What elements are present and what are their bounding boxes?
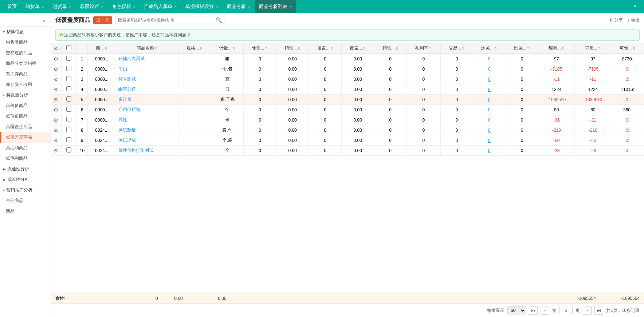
row-gear-icon[interactable]: ⚙ xyxy=(53,117,59,123)
row-name-9[interactable]: 属性价格打印测试 xyxy=(116,146,178,156)
row-select-checkbox-7[interactable] xyxy=(66,127,71,132)
page-first-button[interactable]: ⏮ xyxy=(529,306,538,315)
col-sales-amt-header[interactable]: 销售...⇅ xyxy=(276,43,309,54)
row-settings-1[interactable]: ⚙ xyxy=(51,64,61,74)
row-settings-2[interactable]: ⚙ xyxy=(51,74,61,84)
col-cover1-header[interactable]: 覆盖...⇅ xyxy=(309,43,342,54)
row-settings-6[interactable]: ⚙ xyxy=(51,115,61,125)
row-gear-icon[interactable]: ⚙ xyxy=(53,66,59,72)
row-gear-icon[interactable]: ⚙ xyxy=(53,138,59,143)
sidebar-item-sales-goods[interactable]: 销售类商品 xyxy=(0,37,51,48)
sidebar-item-category-rate[interactable]: 商品分类动销率 xyxy=(0,58,51,69)
sidebar-section-quantity[interactable]: ▾ 类数量分析 xyxy=(0,90,51,100)
nav-product-analysis[interactable]: 商品分析 × xyxy=(223,0,255,13)
row-checkbox-3[interactable] xyxy=(61,84,76,95)
row-checkbox-9[interactable] xyxy=(61,146,76,156)
row-browse1-4[interactable]: 0 xyxy=(473,95,506,105)
col-settings[interactable]: ⚙ xyxy=(51,43,61,54)
page-last-button[interactable]: ⏭ xyxy=(594,306,603,315)
sidebar-section-liquidity[interactable]: ▶ 流通性分析 xyxy=(0,164,51,174)
nav-purchase[interactable]: 进货单 × xyxy=(48,0,76,13)
row-browse1-0[interactable]: 0 xyxy=(473,54,506,64)
row-checkbox-5[interactable] xyxy=(61,105,76,115)
sidebar-item-low-coverage[interactable]: 低覆盖度商品 xyxy=(0,132,51,143)
col-sales2-header[interactable]: 销售...⇅ xyxy=(374,43,407,54)
row-select-checkbox-5[interactable] xyxy=(66,107,71,112)
row-name-6[interactable]: 属性 xyxy=(116,115,178,125)
col-current-header[interactable]: 现有...⇅ xyxy=(538,43,575,54)
nav-template-close[interactable]: × xyxy=(216,5,218,9)
nav-template-settings[interactable]: 单据模板设置 × xyxy=(181,0,223,13)
row-browse1-5[interactable]: 0 xyxy=(473,105,506,115)
nav-product-entry-close[interactable]: × xyxy=(174,5,177,9)
row-settings-3[interactable]: ⚙ xyxy=(51,84,61,95)
row-gear-icon[interactable]: ⚙ xyxy=(53,76,59,82)
row-select-checkbox-2[interactable] xyxy=(66,76,71,81)
row-gear-icon[interactable]: ⚙ xyxy=(53,87,59,92)
sidebar-section-overall[interactable]: ▾ 整体信息 xyxy=(0,27,51,37)
row-checkbox-0[interactable] xyxy=(61,54,76,64)
nav-sales-close[interactable]: × xyxy=(42,5,44,9)
row-checkbox-6[interactable] xyxy=(61,115,76,125)
col-code-header[interactable]: 商...⇅ xyxy=(87,43,116,54)
col-avail-header[interactable]: 可用...⇅ xyxy=(575,43,611,54)
export-button[interactable]: ↓ 导出 xyxy=(627,17,640,23)
window-close-button[interactable]: × xyxy=(629,0,641,13)
row-settings-0[interactable]: ⚙ xyxy=(51,54,61,64)
col-browse2-header[interactable]: 浏览...⇅ xyxy=(506,43,538,54)
row-settings-5[interactable]: ⚙ xyxy=(51,105,61,115)
page-size-select[interactable]: 50 10 20 100 xyxy=(507,306,526,314)
row-settings-8[interactable]: ⚙ xyxy=(51,135,61,146)
row-settings-9[interactable]: ⚙ xyxy=(51,146,61,156)
col-browse1-header[interactable]: 浏览...⇅ xyxy=(473,43,506,54)
row-settings-4[interactable]: ⚙ xyxy=(51,95,61,105)
row-name-8[interactable]: 测试提成 xyxy=(116,135,178,146)
nav-role-auth-close[interactable]: × xyxy=(133,5,136,9)
search-input[interactable] xyxy=(118,17,216,23)
gear-icon[interactable]: ⚙ xyxy=(53,45,59,51)
row-gear-icon[interactable]: ⚙ xyxy=(53,148,59,154)
sidebar-collapse-btn[interactable]: « xyxy=(40,17,48,24)
col-cover2-header[interactable]: 覆盖...⇅ xyxy=(341,43,374,54)
row-name-0[interactable]: 旺辅批次测试 xyxy=(116,54,178,64)
nav-role-auth[interactable]: 角色授权 × xyxy=(108,0,140,13)
sidebar-item-stocked-goods[interactable]: 有库存商品 xyxy=(0,69,51,79)
nav-product-analysis-close[interactable]: × xyxy=(248,5,250,9)
row-select-checkbox-4[interactable] xyxy=(66,96,71,102)
row-checkbox-7[interactable] xyxy=(61,125,76,135)
nav-product-analysis-list[interactable]: 商品分析列表 × xyxy=(255,0,296,13)
share-button[interactable]: ⬆ 分享 xyxy=(609,17,623,23)
nav-product-entry[interactable]: 产成品入库单 × xyxy=(140,0,181,13)
row-name-2[interactable]: 符号测试 xyxy=(116,74,178,84)
sidebar-item-traded-goods[interactable]: 交易过的商品 xyxy=(0,48,51,58)
col-gross-header[interactable]: 毛利率⇅ xyxy=(407,43,440,54)
col-checkbox-header[interactable] xyxy=(61,43,76,54)
row-select-checkbox-8[interactable] xyxy=(66,137,71,142)
sidebar-item-low-margin[interactable]: 低毛利商品 xyxy=(0,153,51,164)
row-browse1-9[interactable]: 0 xyxy=(473,146,506,156)
nav-product-analysis-list-close[interactable]: × xyxy=(290,5,292,9)
select-all-checkbox[interactable] xyxy=(66,45,71,50)
sidebar-item-high-coverage[interactable]: 高覆盖度商品 xyxy=(0,122,51,132)
row-browse1-8[interactable]: 0 xyxy=(473,135,506,146)
row-name-3[interactable]: 眠宝公仔 xyxy=(116,84,178,95)
sidebar-item-new-goods[interactable]: 新品 xyxy=(0,206,51,217)
row-gear-icon[interactable]: ⚙ xyxy=(53,56,59,62)
col-sellable-header[interactable]: 可销...⇅ xyxy=(611,43,644,54)
row-browse1-7[interactable]: 0 xyxy=(473,125,506,135)
nav-permissions-close[interactable]: × xyxy=(101,5,103,9)
row-browse1-2[interactable]: 0 xyxy=(473,74,506,84)
sidebar-section-growth[interactable]: ▶ 成长性分析 xyxy=(0,174,51,185)
row-gear-icon[interactable]: ⚙ xyxy=(53,97,59,103)
col-name-header[interactable]: 商品名称⇅ xyxy=(116,43,178,54)
col-sales-qty-header[interactable]: 销售...⇅ xyxy=(244,43,276,54)
col-unit-header[interactable]: 计量...⇅ xyxy=(211,43,244,54)
page-prev-button[interactable]: ‹ xyxy=(541,306,549,315)
row-select-checkbox-9[interactable] xyxy=(66,147,71,152)
row-name-4[interactable]: 多计量 xyxy=(116,95,178,105)
row-settings-7[interactable]: ⚙ xyxy=(51,125,61,135)
nav-home[interactable]: 首页 xyxy=(3,0,21,13)
row-select-checkbox-1[interactable] xyxy=(66,66,71,71)
nav-purchase-close[interactable]: × xyxy=(69,5,71,9)
col-spec-header[interactable]: 规格...⇅ xyxy=(178,43,211,54)
